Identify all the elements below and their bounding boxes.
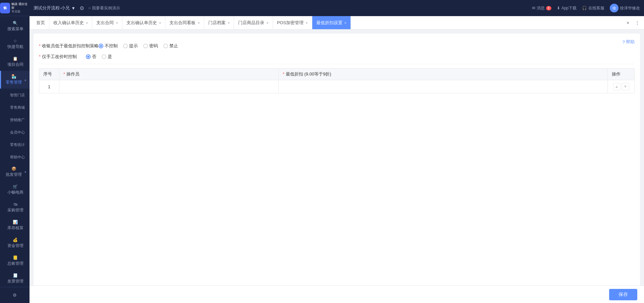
- strategy-option-password[interactable]: 密码: [143, 43, 158, 49]
- strategy-forbid-label: 禁止: [169, 43, 178, 49]
- tab-income-confirm-label: 收入确认单历史: [53, 20, 84, 26]
- tab-store-file-close[interactable]: ×: [228, 21, 230, 25]
- user-name: 徐泽华修改: [620, 5, 640, 11]
- content-area: ? 帮助 收银员低于最低折扣控制策略 不控制 提示: [30, 30, 644, 303]
- tab-payment-contract[interactable]: 支出合同 ×: [92, 16, 122, 30]
- tab-close-button[interactable]: ×: [624, 19, 632, 27]
- sidebar-logo: 畅 畅捷·通好业财 专业版: [0, 0, 30, 16]
- sidebar-item-help[interactable]: 帮助中心: [0, 151, 30, 163]
- sidebar-item-retail-mall[interactable]: 零售商城: [0, 101, 30, 113]
- tab-store-goods[interactable]: 门店商品目录 ×: [234, 16, 273, 30]
- radio-remind: [123, 44, 128, 48]
- tab-store-file[interactable]: 门店档案 ×: [204, 16, 234, 30]
- col-header-operator: 操作员: [59, 68, 279, 80]
- manual-control-option-no[interactable]: 否: [86, 54, 96, 60]
- message-icon: ✉: [532, 6, 535, 10]
- retail-arrow-icon: ▲: [24, 78, 27, 82]
- question-icon: ?: [623, 40, 625, 45]
- tab-payment-contract-close[interactable]: ×: [116, 21, 118, 25]
- sidebar-item-marketing[interactable]: 营销推广: [0, 113, 30, 126]
- finance-icon: 💰: [13, 238, 18, 242]
- strategy-password-label: 密码: [149, 43, 158, 49]
- sidebar-item-purchase[interactable]: 🛍 采购管理: [0, 199, 30, 216]
- tab-min-discount-close[interactable]: ×: [344, 21, 346, 25]
- table-row: 1 ▲ ▼: [39, 80, 635, 93]
- manual-control-option-yes[interactable]: 是: [102, 54, 112, 60]
- page-footer: 保存: [30, 286, 644, 303]
- demo-text: 我要看实例演示: [92, 5, 120, 11]
- strategy-label: 收银员低于最低折扣控制策略: [39, 43, 99, 49]
- tab-store-goods-close[interactable]: ×: [266, 21, 268, 25]
- sidebar-item-ecommerce[interactable]: 🛒 小畅电商: [0, 181, 30, 199]
- app-logo-icon: 畅: [0, 3, 10, 13]
- cell-action: ▲ ▼: [608, 80, 635, 93]
- sidebar-settings[interactable]: ⚙: [0, 287, 30, 303]
- messages-button[interactable]: ✉ 消息 8: [532, 5, 551, 11]
- sidebar-item-retail-stat[interactable]: 零售统计: [0, 138, 30, 151]
- sidebar-item-invoice[interactable]: 🧾 发票管理: [0, 270, 30, 287]
- sidebar-item-wholesale[interactable]: 📦 批发管理 ▼: [0, 163, 30, 181]
- sidebar-item-search[interactable]: 🔍 搜索菜单: [0, 17, 30, 35]
- tab-pos-password[interactable]: POS加密管理 ×: [273, 16, 312, 30]
- table-header-row: 序号 操作员 最低折扣 (9.00等于9折) 操作: [39, 68, 635, 80]
- sidebar-item-accounting[interactable]: 📒 总账管理: [0, 252, 30, 270]
- radio-manual-yes: [102, 54, 106, 59]
- radio-forbid: [163, 44, 168, 48]
- online-service-button[interactable]: 🎧 在线客服: [582, 5, 604, 11]
- tab-payment-confirm-close[interactable]: ×: [159, 21, 161, 25]
- settings-icon: ⚙: [13, 293, 17, 298]
- sidebar-item-retail[interactable]: 🏪 零售管理 ▲: [0, 71, 30, 89]
- tabbar-actions: × ⋮: [624, 19, 641, 27]
- main-area: 测试分开流程-小兄 ▼ ⚙ ○ 我要看实例演示 ✉ 消息 8 ⬇ App下载 🎧…: [30, 0, 644, 303]
- sidebar-item-project[interactable]: 📋 项目合同: [0, 53, 30, 71]
- discount-table: 序号 操作员 最低折扣 (9.00等于9折) 操作 1: [39, 68, 635, 93]
- sidebar-item-inventory[interactable]: 📊 库存核算: [0, 216, 30, 234]
- user-profile-button[interactable]: 徐 徐泽华修改: [610, 4, 640, 12]
- table-section: 序号 操作员 最低折扣 (9.00等于9折) 操作 1: [39, 68, 635, 93]
- demo-icon: ○: [88, 6, 91, 10]
- messages-badge: 8: [546, 6, 551, 10]
- tab-income-confirm[interactable]: 收入确认单历史 ×: [49, 16, 92, 30]
- tab-income-confirm-close[interactable]: ×: [86, 21, 88, 25]
- move-down-button[interactable]: ▼: [622, 83, 629, 90]
- strategy-option-remind[interactable]: 提示: [123, 43, 138, 49]
- tab-payment-confirm[interactable]: 支出确认单历史 ×: [122, 16, 165, 30]
- sidebar-item-member[interactable]: 会员中心: [0, 126, 30, 138]
- purchase-icon: 🛍: [13, 202, 17, 207]
- ecommerce-icon: 🛒: [13, 184, 18, 189]
- strategy-option-forbid[interactable]: 禁止: [163, 43, 178, 49]
- action-icons: ▲ ▼: [612, 83, 630, 90]
- form-row-manual-control: 仅手工改价时控制 否 是: [39, 54, 635, 60]
- save-button[interactable]: 保存: [609, 289, 637, 300]
- wholesale-icon: 📦: [11, 166, 16, 171]
- project-selector[interactable]: 测试分开流程-小兄 ▼: [34, 5, 75, 11]
- app-download-label: App下载: [561, 5, 577, 11]
- strategy-option-no-control[interactable]: 不控制: [99, 43, 118, 49]
- retail-icon: 🏪: [11, 74, 16, 79]
- help-link[interactable]: ? 帮助: [623, 39, 635, 45]
- messages-label: 消息: [537, 5, 545, 11]
- sidebar-item-smart-store[interactable]: 智营门店: [0, 89, 30, 101]
- sidebar: 畅 畅捷·通好业财 专业版 🔍 搜索菜单 ☆ 快捷导航 📋 项目合同 🏪 零售管…: [0, 0, 30, 303]
- star-icon: ☆: [13, 39, 17, 43]
- move-up-button[interactable]: ▲: [613, 83, 621, 90]
- sidebar-item-finance[interactable]: 💰 资金管理: [0, 234, 30, 252]
- cell-operator: [59, 80, 279, 93]
- tab-store-goods-label: 门店商品目录: [238, 20, 264, 26]
- cell-seq: 1: [39, 80, 59, 93]
- app-download-button[interactable]: ⬇ App下载: [557, 5, 577, 11]
- settings-gear-button[interactable]: ⚙: [79, 5, 84, 11]
- project-icon: 📋: [13, 56, 18, 61]
- tab-payment-board[interactable]: 支出合同看板 ×: [165, 16, 204, 30]
- form-section: 收银员低于最低折扣控制策略 不控制 提示 密码: [39, 39, 635, 64]
- tab-payment-board-close[interactable]: ×: [198, 21, 200, 25]
- tab-pos-password-close[interactable]: ×: [306, 21, 308, 25]
- demo-link[interactable]: ○ 我要看实例演示: [88, 5, 120, 11]
- tab-home[interactable]: 首页: [32, 16, 49, 30]
- manual-control-label: 仅手工改价时控制: [39, 54, 86, 60]
- tabbar: 首页 收入确认单历史 × 支出合同 × 支出确认单历史 × 支出合同看板 × 门…: [30, 16, 644, 30]
- tab-min-discount[interactable]: 最低折扣设置 ×: [312, 16, 351, 30]
- tab-min-discount-label: 最低折扣设置: [316, 20, 342, 26]
- sidebar-item-quick-nav[interactable]: ☆ 快捷导航: [0, 35, 30, 53]
- tab-menu-button[interactable]: ⋮: [633, 19, 641, 27]
